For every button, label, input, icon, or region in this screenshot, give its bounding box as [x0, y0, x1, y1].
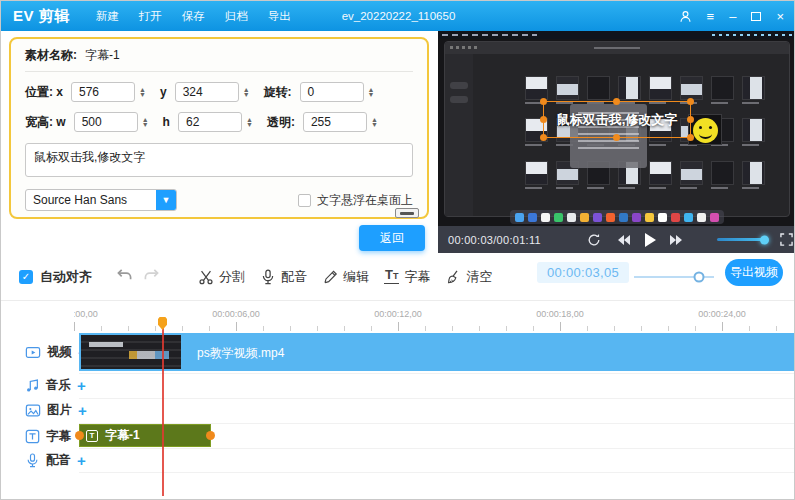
menu-item-new[interactable]: 新建	[96, 9, 119, 24]
video-clip[interactable]: ps教学视频.mp4	[79, 333, 795, 371]
minimize-icon[interactable]: –	[729, 10, 736, 23]
resize-handle[interactable]	[613, 98, 620, 105]
timeline-ruler[interactable]: 00:00:00,0000:00:06,0000:00:12,0000:00:1…	[74, 306, 795, 331]
ruler-tick	[263, 326, 264, 331]
clip-trim-handle-right[interactable]	[206, 431, 215, 440]
add-image-button[interactable]: +	[78, 405, 87, 417]
text-selection-box[interactable]: 鼠标双击我,修改文字	[543, 101, 691, 138]
fullscreen-icon[interactable]	[780, 233, 793, 246]
play-button[interactable]	[644, 233, 656, 247]
playhead-line	[162, 319, 164, 496]
window-controls: ≡ – ×	[679, 1, 784, 31]
auto-align-checkbox[interactable]: ✓	[19, 270, 33, 284]
main-menu: 新建 打开 保存 归档 导出	[96, 9, 291, 24]
timeline-zoom-handle[interactable]	[694, 272, 705, 283]
rewind-button[interactable]	[617, 234, 631, 246]
ruler-label: 00:00:24,00	[698, 309, 746, 319]
redo-icon[interactable]	[143, 267, 160, 286]
spin-down-icon[interactable]: ▼	[139, 92, 146, 97]
spin-down-icon[interactable]: ▼	[371, 122, 378, 127]
font-select[interactable]: Source Han Sans ▼	[25, 189, 177, 211]
volume-slider-handle[interactable]	[760, 235, 769, 244]
spin-down-icon[interactable]: ▼	[243, 92, 250, 97]
preview-window-sidebar	[445, 54, 473, 216]
spin-down-icon[interactable]: ▼	[246, 122, 253, 127]
edit-button[interactable]: 编辑	[322, 268, 369, 286]
add-dub-button[interactable]: +	[77, 455, 86, 467]
y-position-input[interactable]: 324	[175, 82, 239, 102]
material-name-value: 字幕-1	[85, 47, 120, 64]
dock	[510, 210, 724, 224]
add-music-button[interactable]: +	[77, 380, 86, 392]
video-preview: 鼠标双击我,修改文字 00:00:03/00:01:11	[438, 31, 795, 253]
timeline-zoom-slider[interactable]	[634, 276, 714, 278]
player-timecode: 00:00:03/00:01:11	[448, 234, 541, 246]
ruler-tick	[74, 322, 75, 331]
subtitle-text-input[interactable]: 鼠标双击我,修改文字	[25, 143, 413, 177]
opacity-input[interactable]: 255	[303, 112, 367, 132]
menu-item-export[interactable]: 导出	[268, 9, 291, 24]
menu-item-open[interactable]: 打开	[139, 9, 162, 24]
preview-sidebar-button	[450, 96, 468, 103]
resize-handle[interactable]	[540, 98, 547, 105]
subtitle-clip[interactable]: T 字幕-1	[79, 424, 211, 447]
subtitle-box-icon: T	[86, 430, 98, 442]
opacity-spinner: 255 ▲ ▼	[303, 112, 378, 132]
split-button[interactable]: 分割	[198, 268, 245, 286]
rotation-input[interactable]: 0	[300, 82, 364, 102]
volume-slider[interactable]	[717, 238, 767, 241]
close-icon[interactable]: ×	[776, 10, 784, 23]
music-icon	[25, 378, 40, 393]
hamburger-menu-icon[interactable]: ≡	[707, 10, 715, 23]
overlay-subtitle-text[interactable]: 鼠标双击我,修改文字	[544, 111, 690, 129]
resize-handle[interactable]	[687, 116, 694, 123]
track-label-dub: 配音	[46, 452, 71, 469]
fast-forward-button[interactable]	[669, 234, 683, 246]
subtitle-tool-label-icon-label: 编辑	[343, 268, 369, 286]
app-logo: EV 剪辑	[13, 7, 70, 26]
more-options-handle[interactable]	[395, 208, 419, 218]
dock-app-icon	[619, 213, 628, 222]
spin-down-icon[interactable]: ▼	[142, 122, 149, 127]
subtitle-button[interactable]: TT 字幕	[384, 268, 430, 286]
width-input[interactable]: 500	[74, 112, 138, 132]
opacity-spinner-arrows: ▲ ▼	[371, 117, 378, 127]
h-label: h	[163, 115, 170, 129]
resize-handle[interactable]	[613, 134, 620, 141]
rotation-spinner-arrows: ▲ ▼	[368, 87, 375, 97]
user-icon[interactable]	[679, 10, 692, 23]
undo-icon[interactable]	[116, 267, 133, 286]
clear-button[interactable]: 清空	[445, 268, 492, 286]
dock-app-icon	[632, 213, 641, 222]
ruler-label: 00:00:00,00	[74, 309, 98, 319]
dock-app-icon	[541, 213, 550, 222]
dub-button[interactable]: 配音	[260, 268, 307, 286]
clip-trim-handle-left[interactable]	[75, 431, 84, 440]
chevron-down-icon[interactable]: ▼	[156, 190, 176, 210]
replay-icon[interactable]	[587, 233, 601, 247]
dock-app-icon	[515, 213, 524, 222]
x-position-input[interactable]: 576	[71, 82, 135, 102]
menu-item-archive[interactable]: 归档	[225, 9, 248, 24]
menu-item-save[interactable]: 保存	[182, 9, 205, 24]
material-name-row: 素材名称: 字幕-1	[25, 47, 413, 72]
ruler-tick	[506, 326, 507, 331]
dock-app-icon	[710, 213, 719, 222]
resize-handle[interactable]	[540, 134, 547, 141]
height-input[interactable]: 62	[178, 112, 242, 132]
auto-align-label: 自动对齐	[40, 268, 92, 286]
spin-down-icon[interactable]: ▼	[368, 92, 375, 97]
track-label-subtitle: 字幕	[46, 428, 71, 445]
float-checkbox[interactable]	[298, 194, 311, 207]
preview-thumbnail	[711, 161, 734, 194]
resize-handle[interactable]	[687, 98, 694, 105]
back-button[interactable]: 返回	[359, 225, 425, 251]
export-video-button[interactable]: 导出视频	[725, 259, 783, 286]
maximize-icon[interactable]	[751, 12, 761, 21]
current-timecode: 00:00:03,05	[537, 262, 629, 283]
resize-handle[interactable]	[540, 116, 547, 123]
subtitle-icon	[25, 429, 40, 444]
resize-handle[interactable]	[687, 134, 694, 141]
track-divider	[79, 472, 795, 473]
track-label-image: 图片	[47, 402, 72, 419]
